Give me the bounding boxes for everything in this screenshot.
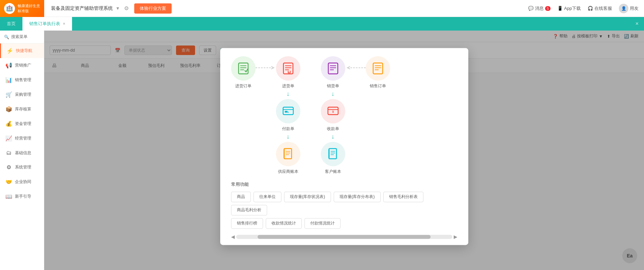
top-header: 🏥 畅康通好生意 标准版 装备及固定资产辅助管理系统 ▼ ⚙ 体验行业方案 💬 …	[0, 0, 644, 17]
dropdown-icon[interactable]: ▼	[116, 6, 120, 11]
content-area: ❓ 帮助 🖨 按模板打印 ▼ ⬆ 导出 🔄 刷新 📅 单据状态	[44, 31, 644, 270]
wf-col-purchase-bill: 进货单 ↓ ¥ 付款单 ↓ 供应商账本	[276, 56, 300, 175]
svg-rect-31	[373, 63, 383, 74]
svg-text:¥: ¥	[332, 110, 334, 114]
tab-sales-order-exec[interactable]: 销售订单执行表 ×	[22, 17, 72, 31]
message-button[interactable]: 💬 消息 5	[528, 5, 551, 12]
wf-col-sales-bill: 销货单 ↓ ¥ 收款单 ↓ 客户账本	[321, 56, 345, 175]
cf-buttons-row1: 商品 往来单位 现存量(库存状况表) 现存量(库存分布表) 销售毛利分析表 商品…	[231, 192, 457, 215]
cf-btn-product[interactable]: 商品	[231, 192, 251, 202]
scroll-right-icon[interactable]: ▶	[454, 234, 457, 239]
avatar: 👤	[619, 4, 628, 13]
message-badge: 5	[545, 6, 551, 11]
tab-home[interactable]: 首页	[0, 17, 22, 31]
customer-ledger-label: 客户账本	[325, 169, 341, 175]
sidebar-item-basic-info[interactable]: 🗂 基础信息	[0, 146, 44, 160]
payment-bill-label: 付款单	[282, 126, 294, 132]
purchase-icon: 🛒	[5, 91, 12, 98]
system-icon: ⚙	[5, 164, 12, 170]
receipt-bill-node[interactable]: ¥	[321, 99, 345, 123]
wf-col-purchase-order: 进货订单	[231, 56, 256, 89]
svg-text:¥: ¥	[287, 111, 289, 114]
trial-button[interactable]: 体验行业方案	[134, 3, 172, 14]
wf-col-sales-order: 销售订单	[366, 56, 390, 89]
purchase-bill-node[interactable]	[276, 56, 300, 80]
sidebar-search[interactable]: 🔍 搜索菜单	[0, 31, 44, 43]
sales-order-label: 销售订单	[370, 83, 386, 89]
finance-icon: 💰	[5, 121, 12, 127]
tab-bar-close-icon[interactable]: ×	[636, 21, 639, 27]
quick-nav-icon: ⚡	[6, 48, 13, 54]
sidebar-item-inventory[interactable]: 📦 库存核算	[0, 102, 44, 116]
svg-rect-18	[328, 63, 338, 74]
sidebar-item-sales[interactable]: 📊 销售管理	[0, 73, 44, 87]
sidebar-item-purchase[interactable]: 🛒 采购管理	[0, 87, 44, 102]
cf-btn-inventory-dist[interactable]: 现存量(库存分布表)	[334, 192, 381, 202]
cf-btn-receipt-stats[interactable]: 收款情况统计	[266, 218, 302, 229]
svg-rect-25	[329, 148, 336, 159]
app-download-button[interactable]: 📱 App下载	[557, 5, 581, 12]
header-right: 💬 消息 5 📱 App下载 🎧 在线客服 👤 用友	[528, 4, 639, 13]
arrow-down-receipt: ↓	[331, 133, 334, 140]
payment-bill-node[interactable]: ¥	[276, 99, 300, 123]
workflow-popup: 进货订单 进货单 ↓ ¥	[220, 48, 468, 245]
logo-area: 🏥 畅康通好生意 标准版	[0, 0, 44, 17]
enterprise-icon: 🤝	[5, 179, 12, 185]
supplier-ledger-label: 供应商账本	[278, 169, 298, 175]
sidebar-item-marketing[interactable]: 📢 营销推广	[0, 58, 44, 73]
cf-btn-payment-stats[interactable]: 付款情况统计	[304, 218, 341, 229]
cf-btn-counterparty[interactable]: 往来单位	[254, 192, 281, 202]
common-functions: 常用功能 商品 往来单位 现存量(库存状况表) 现存量(库存分布表) 销售毛利分…	[231, 181, 457, 229]
cf-btn-sales-ranking[interactable]: 销售排行榜	[231, 218, 263, 229]
business-icon: 📈	[5, 135, 12, 142]
supplier-ledger-node[interactable]	[276, 142, 300, 166]
scroll-area: ◀ ▶	[231, 234, 457, 239]
user-menu[interactable]: 👤 用友	[619, 4, 639, 13]
customer-ledger-node[interactable]	[321, 142, 345, 166]
workflow-diagram: 进货订单 进货单 ↓ ¥	[231, 56, 457, 175]
app-icon: 📱	[557, 6, 563, 11]
arrow-down-sales: ↓	[331, 90, 334, 97]
svg-rect-26	[328, 149, 330, 158]
sidebar-item-enterprise[interactable]: 🤝 企业协同	[0, 175, 44, 189]
receipt-bill-label: 收款单	[327, 126, 339, 132]
arrow-down-purchase: ↓	[286, 90, 290, 97]
online-service-button[interactable]: 🎧 在线客服	[588, 5, 612, 12]
cf-buttons-row2: 销售排行榜 收款情况统计 付款情况统计	[231, 218, 457, 229]
scroll-track[interactable]	[236, 235, 452, 239]
inventory-icon: 📦	[5, 106, 12, 112]
newbie-icon: 📖	[5, 193, 12, 200]
tab-close-icon[interactable]: ×	[63, 21, 65, 26]
cf-btn-product-profit[interactable]: 商品毛利分析	[231, 205, 267, 215]
logo-text: 畅康通好生意 标准版	[18, 3, 40, 13]
tab-bar: 首页 销售订单执行表 × ×	[0, 17, 644, 31]
svg-rect-14	[283, 149, 285, 158]
sidebar-item-finance[interactable]: 💰 资金管理	[0, 116, 44, 131]
search-icon: 🔍	[4, 35, 9, 39]
arrow-sales-order-to-bill	[345, 56, 366, 70]
sales-bill-node[interactable]	[321, 56, 345, 80]
sidebar-item-quick-nav[interactable]: ⚡ 快捷导航	[0, 43, 44, 58]
purchase-order-label: 进货订单	[235, 83, 251, 89]
system-title: 装备及固定资产辅助管理系统	[51, 5, 113, 12]
sidebar-item-newbie[interactable]: 📖 新手引导	[0, 189, 44, 204]
basic-info-icon: 🗂	[5, 150, 12, 156]
sidebar: 🔍 搜索菜单 ⚡ 快捷导航 📢 营销推广 📊 销售管理 🛒 采购管理 📦 库存核…	[0, 31, 44, 270]
scroll-left-icon[interactable]: ◀	[231, 234, 235, 239]
purchase-order-node[interactable]	[231, 56, 256, 80]
sales-icon: 📊	[5, 77, 12, 83]
sidebar-item-system[interactable]: ⚙ 系统管理	[0, 160, 44, 175]
service-icon: 🎧	[588, 6, 593, 11]
svg-rect-13	[284, 148, 292, 159]
svg-rect-0	[239, 63, 248, 74]
scroll-thumb	[258, 235, 431, 239]
sidebar-item-business[interactable]: 📈 经营管理	[0, 131, 44, 146]
gear-icon[interactable]: ⚙	[124, 5, 129, 12]
arrow-purchase-order-to-bill	[256, 56, 276, 70]
cf-btn-inventory-status[interactable]: 现存量(库存状况表)	[284, 192, 331, 202]
arrow-down-payment: ↓	[286, 133, 290, 140]
sales-order-node[interactable]	[366, 56, 390, 80]
logo-icon: 🏥	[4, 3, 15, 14]
main-layout: 🔍 搜索菜单 ⚡ 快捷导航 📢 营销推广 📊 销售管理 🛒 采购管理 📦 库存核…	[0, 31, 644, 270]
cf-btn-sales-profit[interactable]: 销售毛利分析表	[383, 192, 423, 202]
